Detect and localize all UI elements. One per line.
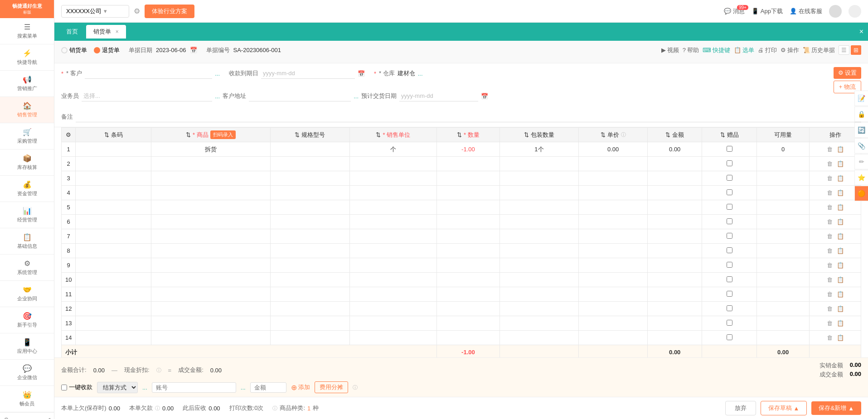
sidebar-item-apps[interactable]: 📱 应用中心	[0, 333, 54, 360]
cell-pkg-qty[interactable]	[499, 186, 579, 200]
cell-amount[interactable]	[647, 302, 702, 316]
gift-checkbox[interactable]	[727, 276, 732, 282]
cell-product[interactable]	[151, 215, 270, 229]
cell-spec[interactable]	[270, 273, 349, 287]
cell-gift[interactable]	[702, 244, 757, 258]
sidebar-item-search[interactable]: ☰ 搜索菜单	[0, 18, 54, 44]
cell-amount[interactable]	[647, 287, 702, 302]
customer-dots[interactable]: ...	[215, 70, 220, 77]
copy-icon[interactable]: 📋	[837, 291, 844, 298]
addr-dots[interactable]: ...	[354, 93, 359, 100]
company-selector[interactable]: XXXXXX公司 ▾	[61, 5, 129, 18]
cell-quantity[interactable]	[437, 331, 500, 345]
cell-amount[interactable]	[647, 215, 702, 229]
copy-icon[interactable]: 📋	[837, 160, 844, 167]
copy-icon[interactable]: 📋	[837, 262, 844, 269]
one-click-pay-check[interactable]: 一键收款	[61, 383, 92, 391]
cell-gift[interactable]	[702, 200, 757, 215]
cell-unit[interactable]	[349, 229, 437, 244]
gift-checkbox[interactable]	[727, 291, 732, 297]
cell-quantity[interactable]	[437, 229, 500, 244]
right-panel-btn-1[interactable]: 📝	[854, 91, 868, 106]
app-download-btn[interactable]: 📱 App下载	[752, 7, 783, 15]
one-click-pay-checkbox[interactable]	[61, 385, 67, 390]
cell-product[interactable]	[151, 229, 270, 244]
settings-form-btn[interactable]: ⚙ 设置	[834, 67, 861, 79]
salesperson-input[interactable]	[82, 91, 212, 101]
delete-icon[interactable]: 🗑	[827, 276, 833, 283]
cell-quantity[interactable]	[437, 273, 500, 287]
cell-unit[interactable]	[349, 302, 437, 316]
cell-pkg-qty[interactable]	[499, 200, 579, 215]
view-grid-btn[interactable]: ⊞	[851, 45, 861, 55]
cell-spec[interactable]	[270, 215, 349, 229]
gift-checkbox[interactable]	[727, 160, 732, 166]
customer-input[interactable]	[85, 68, 212, 79]
delete-icon[interactable]: 🗑	[827, 146, 833, 153]
cell-barcode[interactable]	[76, 171, 151, 186]
cell-pkg-qty[interactable]	[499, 244, 579, 258]
action-video[interactable]: ▶ 视频	[661, 46, 679, 54]
cell-barcode[interactable]	[76, 142, 151, 157]
table-settings-icon[interactable]: ⚙	[66, 131, 71, 138]
cell-barcode[interactable]	[76, 331, 151, 345]
cell-gift[interactable]	[702, 302, 757, 316]
draft-btn[interactable]: 保存草稿 ▲	[761, 401, 807, 415]
cell-unit[interactable]: 个	[349, 142, 437, 157]
cell-unit[interactable]	[349, 186, 437, 200]
salesperson-dots[interactable]: ...	[215, 93, 220, 100]
copy-icon[interactable]: 📋	[837, 320, 844, 327]
cell-product[interactable]	[151, 302, 270, 316]
copy-icon[interactable]: 📋	[837, 189, 844, 196]
cell-quantity[interactable]	[437, 215, 500, 229]
gift-checkbox[interactable]	[727, 320, 732, 326]
delete-icon[interactable]: 🗑	[827, 218, 833, 225]
account-input[interactable]	[152, 382, 236, 393]
calc-method-select[interactable]: 结算方式	[97, 382, 138, 393]
copy-icon[interactable]: 📋	[837, 247, 844, 254]
cell-unit[interactable]	[349, 171, 437, 186]
cell-barcode[interactable]	[76, 229, 151, 244]
tab-home[interactable]: 首页	[59, 25, 85, 39]
gift-checkbox[interactable]	[727, 262, 732, 268]
sidebar-item-inventory[interactable]: 📦 库存核算	[0, 149, 54, 176]
cell-gift[interactable]	[702, 157, 757, 171]
gift-checkbox[interactable]	[727, 204, 732, 210]
cell-gift[interactable]	[702, 273, 757, 287]
action-print[interactable]: 🖨 打印	[758, 46, 777, 54]
cell-gift[interactable]	[702, 215, 757, 229]
cell-product[interactable]	[151, 186, 270, 200]
cell-pkg-qty[interactable]	[499, 273, 579, 287]
sidebar-item-quick-nav[interactable]: ⚡ 快捷导航	[0, 44, 54, 71]
cell-quantity[interactable]	[437, 157, 500, 171]
cell-amount[interactable]	[647, 229, 702, 244]
cell-price[interactable]	[579, 302, 648, 316]
save-btn[interactable]: 保存&新增 ▲	[811, 401, 861, 415]
cell-spec[interactable]	[270, 157, 349, 171]
add-btn[interactable]: ⊕ 添加	[291, 383, 310, 392]
cell-amount[interactable]	[647, 157, 702, 171]
action-help[interactable]: ? 帮助	[683, 46, 699, 54]
cell-product[interactable]: 拆货	[151, 142, 270, 157]
copy-icon[interactable]: 📋	[837, 334, 844, 341]
cell-unit[interactable]	[349, 244, 437, 258]
cell-price[interactable]	[579, 200, 648, 215]
gift-checkbox[interactable]	[727, 334, 732, 340]
action-operation[interactable]: ⚙ 操作	[781, 46, 799, 54]
note-input[interactable]	[76, 111, 861, 122]
cell-spec[interactable]	[270, 142, 349, 157]
cell-price[interactable]: 0.00	[579, 142, 648, 157]
cell-quantity[interactable]	[437, 287, 500, 302]
delivery-date-input[interactable]	[399, 91, 478, 101]
sidebar-item-guide[interactable]: 🎯 新手引导	[0, 307, 54, 333]
delete-icon[interactable]: 🗑	[827, 305, 833, 312]
cell-product[interactable]	[151, 157, 270, 171]
settings-footer-icon[interactable]: ⚙	[4, 416, 9, 419]
right-panel-btn-6[interactable]: ⭐	[854, 170, 868, 185]
cell-amount[interactable]	[647, 186, 702, 200]
delete-icon[interactable]: 🗑	[827, 189, 833, 196]
cell-spec[interactable]	[270, 287, 349, 302]
cell-quantity[interactable]	[437, 316, 500, 331]
cell-unit[interactable]	[349, 316, 437, 331]
cell-gift[interactable]	[702, 142, 757, 157]
